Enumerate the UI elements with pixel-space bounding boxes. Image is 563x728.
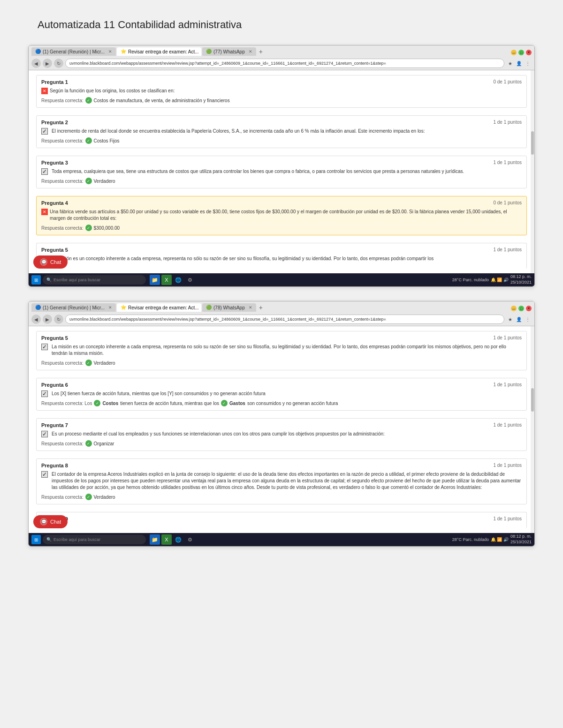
checkbox-q7: ✓ [41,431,48,437]
window-controls-2: — □ ✕ [511,306,532,311]
taskbar-app-excel-2[interactable]: X [161,534,172,545]
tab-close-wa-1[interactable]: ✕ [249,49,252,54]
time-display-2: 08:12 p. m. [510,534,532,540]
question-answer-q7: Respuesta correcta: ✓ Organizar [41,440,522,447]
taskbar-app-edge-2[interactable]: 🌐 [173,534,183,545]
back-button-2[interactable]: ◀ [31,315,41,324]
answer-text-q3: Verdadero [94,179,115,184]
question-body-q5p: La misión es un concepto inherente a cad… [52,255,434,262]
address-bar-2[interactable]: uvmonline.blackboard.com/webapps/assessm… [65,315,504,324]
menu-button-1[interactable]: ⋮ [524,60,532,67]
start-button-2[interactable]: ⊞ [31,535,41,544]
question-block-q1: Pregunta 1 0 de 1 puntos ✕ Según la func… [36,75,527,108]
reload-button-2[interactable]: ↻ [54,315,63,324]
tab-whatsapp-2[interactable]: 🟢 (78) WhatsApp ✕ [202,303,256,312]
question-body-q2: El incremento de renta del local donde s… [52,128,425,135]
question-row-q3: ✓ Toda empresa, cualquiera que sea, tien… [41,168,522,178]
tab-teams-1[interactable]: 🔵 (1) General (Reunión) | Micr... ✕ [31,47,116,56]
search-text-1: Escribe aquí para buscar [53,278,100,282]
question-block-q5-partial: Pregunta 5 1 de 1 puntos La misión es un… [36,243,527,269]
answer-label-q8: Respuesta correcta: [41,495,84,500]
profile-button-1[interactable]: 👤 [515,60,523,67]
question-points-q7: 1 de 1 puntos [493,422,522,428]
question-points-q9: 1 de 1 puntos [493,516,522,522]
tab-teams-label-2: (1) General (Reunión) | Micr... [43,305,105,310]
new-tab-button-1[interactable]: + [257,48,265,55]
time-display-1: 08:12 p. m. [510,274,532,280]
browser-tabs-2: 🔵 (1) General (Reunión) | Micr... ✕ ⭐ Re… [31,303,265,312]
answer-text-q5: Verdadero [94,360,115,366]
tab-teams-2[interactable]: 🔵 (1) General (Reunión) | Micr... ✕ [31,303,116,312]
bookmark-button-2[interactable]: ★ [506,315,514,323]
question-body-q6: Los [X] tienen fuerza de acción futura, … [52,390,266,397]
chat-button-1[interactable]: 💬 Chat [33,255,68,269]
question-answer-q8: Respuesta correcta: ✓ Verdadero [41,494,522,500]
answer-text-q4: $300,000.00 [94,225,120,231]
scrollbar-2[interactable] [531,326,534,533]
wrong-icon-q4: ✕ [41,209,48,215]
question-title-q5p: Pregunta 5 [41,247,68,253]
chat-button-2[interactable]: 💬 Chat [33,515,68,528]
whatsapp-icon-2: 🟢 [206,305,212,310]
browser-actions-1: ★ 👤 ⋮ [506,60,532,67]
address-text-2: uvmonline.blackboard.com/webapps/assessm… [69,317,386,322]
question-answer-q5: Respuesta correcta: ✓ Verdadero [41,360,522,366]
close-button-1[interactable]: ✕ [526,50,532,55]
tab-close-teams[interactable]: ✕ [108,49,112,54]
taskbar-search-2[interactable]: 🔍 Escribe aquí para buscar [43,535,146,544]
close-button-2[interactable]: ✕ [526,306,532,311]
forward-button-1[interactable]: ▶ [43,59,52,68]
tab-blackboard-1[interactable]: ⭐ Revisar entrega de examen: Act... ✕ [117,47,201,56]
tab-close-teams-2[interactable]: ✕ [108,305,112,310]
reload-button-1[interactable]: ↻ [54,59,63,68]
tab-teams-label: (1) General (Reunión) | Micr... [43,49,105,54]
browser-chrome-1: 🔵 (1) General (Reunión) | Micr... ✕ ⭐ Re… [29,45,534,70]
tab-whatsapp-label-2: (78) WhatsApp [213,305,245,310]
blackboard-icon-2: ⭐ [121,305,126,310]
scrollbar-1[interactable] [531,70,534,273]
date-display-1: 25/10/2021 [510,280,532,285]
taskbar-app-explorer-1[interactable]: 📁 [150,275,160,285]
forward-button-2[interactable]: ▶ [43,315,52,324]
question-header-q9: Pregunta 9 1 de 1 puntos [41,516,522,522]
temperature-2: 28°C Parc. nublado [452,537,489,542]
question-points-q1: 0 de 1 puntos [493,79,522,85]
taskbar-app-gear-1[interactable]: ⚙ [185,275,195,285]
tab-blackboard-label-1: Revisar entrega de examen: Act... [128,49,199,54]
menu-button-2[interactable]: ⋮ [524,315,532,323]
question-answer-q1: Respuesta correcta: ✓ Costos de manufact… [41,97,522,104]
question-points-q5p: 1 de 1 puntos [493,247,522,253]
teams-icon-2: 🔵 [35,305,41,310]
maximize-button-1[interactable]: □ [518,50,524,55]
address-bar-1[interactable]: uvmonline.blackboard.com/webapps/assessm… [65,59,504,68]
question-answer-q3: Respuesta correcta: ✓ Verdadero [41,178,522,184]
answer-label-q5: Respuesta correcta: [41,360,84,366]
question-answer-q2: Respuesta correcta: ✓ Costos Fijos [41,137,522,144]
question-header-q8: Pregunta 8 1 de 1 puntos [41,463,522,468]
tab-close-wa-2[interactable]: ✕ [249,305,252,310]
new-tab-button-2[interactable]: + [257,304,265,311]
start-button-1[interactable]: ⊞ [31,275,41,285]
taskbar-app-edge-1[interactable]: 🌐 [173,275,183,285]
question-row-q8: ✓ El contador de la empresa Aceros Indus… [41,471,522,494]
taskbar-app-explorer-2[interactable]: 📁 [150,534,160,545]
taskbar-app-gear-2[interactable]: ⚙ [185,534,195,545]
back-button-1[interactable]: ◀ [31,59,41,68]
question-header-q5: Pregunta 5 1 de 1 puntos [41,335,522,341]
bookmark-button-1[interactable]: ★ [506,60,514,67]
window-controls-1: — □ ✕ [511,50,532,55]
answer-text-q1: Costos de manufactura, de venta, de admi… [94,98,230,103]
question-title-q3: Pregunta 3 [41,160,68,165]
profile-button-2[interactable]: 👤 [515,315,523,323]
tab-blackboard-2[interactable]: ⭐ Revisar entrega de examen: Act... ✕ [117,303,201,312]
minimize-button-2[interactable]: — [511,306,517,311]
taskbar-search-1[interactable]: 🔍 Escribe aquí para buscar [43,275,146,285]
checkbox-q3: ✓ [41,168,48,175]
maximize-button-2[interactable]: □ [518,306,524,311]
tab-whatsapp-1[interactable]: 🟢 (77) WhatsApp ✕ [202,47,256,56]
question-block-q8: Pregunta 8 1 de 1 puntos ✓ El contador d… [36,458,527,504]
minimize-button-1[interactable]: — [511,50,517,55]
search-text-2: Escribe aquí para buscar [53,537,100,542]
taskbar-app-excel-1[interactable]: X [161,275,172,285]
answer-text-q7: Organizar [94,441,114,446]
